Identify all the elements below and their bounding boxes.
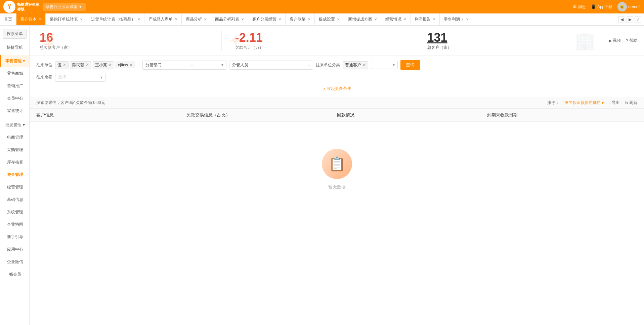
filter-row-1: 往来单位 伍 ✕ 陈民强 ✕ 王小亮 ✕ — [36, 60, 637, 70]
table-header: 客户信息 欠款交易信息（占比） 回款情况 到期未收款日期 — [30, 109, 644, 122]
close-tab-customer-contact[interactable]: ✕ — [308, 17, 310, 21]
sidebar-item-enterprise-collab[interactable]: 企业协同 — [0, 218, 29, 231]
sidebar-item-retail-stats[interactable]: 零售统计 — [0, 105, 29, 117]
stat-card-3: 🏢 131 总客户（家） — [417, 31, 602, 50]
person-selector[interactable]: 分管人员 ··· — [229, 61, 313, 70]
content-area: ¥ 16 总欠款客户（家） ✦ -2.11 欠款合计（万） — [30, 26, 644, 325]
tab-customer-segment[interactable]: 客户分层经营 ✕ — [248, 13, 286, 25]
table-body-empty: 📋 暂无数据 — [30, 122, 644, 217]
stat-card-1: ¥ 16 总欠款客户（家） — [36, 31, 222, 50]
remove-unit-tag-2[interactable]: ✕ — [109, 63, 112, 67]
close-tab-new-raise-plan[interactable]: ✕ — [374, 17, 377, 21]
collapse-btn[interactable]: ∧ 收起更多条件 — [36, 84, 637, 93]
tab-operation[interactable]: 经营情况 ✕ — [381, 13, 411, 25]
sidebar-item-new-guide[interactable]: 新手引导 — [0, 231, 29, 243]
close-tab-customer-segment[interactable]: ✕ — [278, 17, 281, 21]
tab-next-btn[interactable]: ▶ — [627, 16, 633, 23]
balance-label: 往来余额 — [36, 74, 52, 80]
video-btn[interactable]: ▶ 视频 — [609, 38, 621, 43]
close-tab-raise-settings[interactable]: ✕ — [337, 17, 340, 21]
unit-tag-3[interactable]: cjttcw ✕ — [116, 62, 135, 68]
results-summary: 搜索结果中，客户0家 欠款金额 0.00元 — [36, 100, 105, 106]
message-btn[interactable]: ✉ 消息 — [573, 4, 586, 10]
unit-tag-0[interactable]: 伍 ✕ — [55, 61, 69, 69]
unit-tags-more[interactable]: ... — [136, 63, 140, 67]
remove-unit-tag-1[interactable]: ✕ — [86, 63, 89, 67]
close-tab-goods-analysis[interactable]: ✕ — [204, 17, 207, 21]
app-download-btn[interactable]: 📱 App下载 — [591, 4, 612, 10]
sidebar-item-purchase-mgmt[interactable]: 采购管理 — [0, 144, 29, 156]
tab-profit-report[interactable]: 利润报告 ✕ — [411, 13, 440, 25]
sidebar-item-enterprise-wechat[interactable]: 企业微信 — [0, 256, 29, 268]
unit-type-dropdown[interactable]: ▾ — [371, 61, 398, 69]
sidebar-item-unlimited-member[interactable]: 畅会员 — [0, 268, 29, 281]
stat-info-3: 131 总客户（家） — [427, 31, 452, 50]
close-tab-retail-profit[interactable]: ✕ — [466, 17, 469, 21]
tab-cost-in[interactable]: 产成品入库单 ✕ — [144, 13, 182, 25]
refresh-btn[interactable]: ↻ 刷新 — [625, 100, 637, 106]
tab-purchase-stats[interactable]: 进货单统计表（按商品） ✕ — [87, 13, 144, 25]
sort-selector[interactable]: 按欠款金额倒序排序 ▾ — [564, 100, 604, 106]
sidebar-item-capital-mgmt[interactable]: 资金管理 — [0, 169, 29, 181]
tab-goods-analysis[interactable]: 商品分析 ✕ — [182, 13, 211, 25]
close-tab-cost-in[interactable]: ✕ — [175, 17, 177, 21]
search-menu-btn[interactable]: 搜索菜单 — [3, 29, 27, 39]
person-selector-dots: ··· — [307, 63, 310, 67]
tab-prev-btn[interactable]: ◀ — [618, 16, 625, 23]
unit-filter-label: 往来单位 — [36, 62, 52, 68]
unit-tag-1[interactable]: 陈民强 ✕ — [70, 61, 91, 69]
sidebar-item-system-mgmt[interactable]: 系统管理 — [0, 206, 29, 218]
unit-type-tags: 普通客户 ✕ — [343, 61, 368, 69]
tab-customer-contact[interactable]: 客户联络 ✕ — [286, 13, 315, 25]
sidebar-item-ecommerce-mgmt[interactable]: 电商管理 — [0, 131, 29, 144]
tab-retail-profit[interactable]: 零售利润（ ✕ — [440, 13, 473, 25]
dept-selector[interactable]: 分管部门 ··· ▾ — [142, 61, 226, 70]
message-icon: ✉ — [573, 4, 576, 9]
sidebar-item-inventory[interactable]: 库存核算 — [0, 156, 29, 169]
stats-help-area: ▶ 视频 ? 帮助 — [609, 38, 637, 43]
close-tab-profit-report[interactable]: ✕ — [433, 17, 435, 21]
sidebar-item-operation-mgmt[interactable]: 经营管理 — [0, 181, 29, 193]
remove-unit-type-tag[interactable]: ✕ — [362, 63, 366, 67]
remove-unit-tag-0[interactable]: ✕ — [63, 63, 66, 67]
table-container: 客户信息 欠款交易信息（占比） 回款情况 到期未收款日期 📋 暂无数据 — [30, 109, 644, 325]
unit-type-tag-0[interactable]: 普通客户 ✕ — [343, 61, 368, 69]
tab-new-raise-plan[interactable]: 新增提成方案 ✕ — [344, 13, 381, 25]
tab-purchase-orders[interactable]: 采购订单统计表 ✕ — [46, 13, 87, 25]
close-tab-purchase-stats[interactable]: ✕ — [137, 17, 140, 21]
chevron-down-icon: ▾ — [79, 4, 81, 9]
tab-customers[interactable]: 客户账本 ✕ — [16, 13, 46, 25]
org-selector[interactable]: 母婴行业演示账套 ▾ — [43, 3, 86, 11]
user-profile-btn[interactable]: 😊 demo2 — [617, 2, 641, 11]
close-tab-purchase-orders[interactable]: ✕ — [80, 17, 83, 21]
top-bar: ¥ 畅捷通好生意 标版 母婴行业演示账套 ▾ ✉ 消息 📱 App下载 😊 de… — [0, 0, 644, 13]
help-btn[interactable]: ? 帮助 — [626, 38, 637, 43]
sidebar-item-member-center[interactable]: 会员中心 — [0, 92, 29, 105]
tab-raise-settings[interactable]: 提成设置 ✕ — [315, 13, 344, 25]
query-btn[interactable]: 查询 — [400, 60, 420, 70]
col-header-payment: 回款情况 — [337, 112, 487, 118]
tab-home[interactable]: 首页 — [0, 13, 16, 25]
sidebar-item-basic-info[interactable]: 基础信息 — [0, 193, 29, 206]
balance-selector-arrow: ▾ — [100, 75, 102, 80]
balance-selector[interactable]: 选择... ▾ — [55, 73, 105, 82]
close-tab-operation[interactable]: ✕ — [403, 17, 406, 21]
sidebar-item-retail-mall[interactable]: 零售商城 — [0, 67, 29, 80]
top-right: ✉ 消息 📱 App下载 😊 demo2 — [573, 2, 641, 11]
export-btn[interactable]: ↓ 导出 — [609, 100, 620, 106]
sidebar: 搜索菜单 快捷导航 零售管理 ▾ 零售商城 营销推广 会员中心 零售统计 批发管… — [0, 26, 30, 325]
close-tab-customers[interactable]: ✕ — [39, 17, 41, 21]
collapse-area: ∧ 收起更多条件 — [36, 84, 637, 93]
tab-expand-btn[interactable]: ⤢ — [635, 16, 641, 23]
avatar: 😊 — [617, 2, 627, 11]
sidebar-item-retail-mgmt[interactable]: 零售管理 ▾ — [0, 55, 29, 67]
close-tab-goods-list[interactable]: ✕ — [241, 17, 244, 21]
sidebar-item-app-center[interactable]: 应用中心 — [0, 243, 29, 256]
quick-nav-btn[interactable]: 快捷导航 — [0, 42, 29, 53]
sidebar-search-area: 搜索菜单 — [0, 26, 29, 42]
tab-goods-list[interactable]: 商品分析列表 ✕ — [211, 13, 248, 25]
unit-tag-2[interactable]: 王小亮 ✕ — [93, 61, 114, 69]
remove-unit-tag-3[interactable]: ✕ — [129, 63, 133, 67]
sidebar-item-marketing[interactable]: 营销推广 — [0, 80, 29, 92]
sidebar-item-wholesale-mgmt[interactable]: 批发管理 ▾ — [0, 119, 29, 131]
